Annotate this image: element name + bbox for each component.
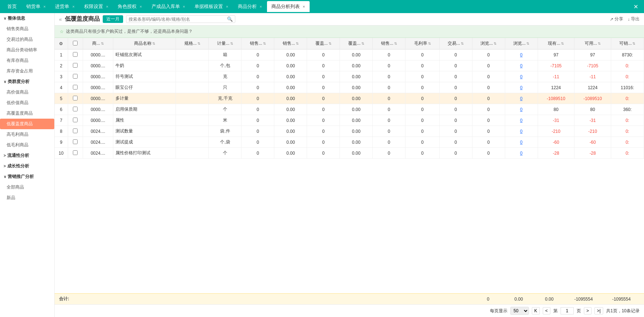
nav-tab-permissions[interactable]: 权限设置 × [80,1,113,12]
close-analysis-list-icon[interactable]: × [303,4,305,9]
table-cell: 个 [209,148,242,159]
table-cell[interactable] [68,60,83,71]
table-cell[interactable] [68,93,83,104]
table-cell[interactable]: 0 [505,49,538,60]
sidebar-item-stock-capital[interactable]: 库存资金占用 [0,66,54,76]
sidebar-collapse-button[interactable]: « [59,16,62,22]
table-cell: 个,包 [209,60,242,71]
th-stock2[interactable]: 可用...⇅ [574,38,611,49]
th-checkbox[interactable] [68,38,83,49]
nav-tab-template[interactable]: 单据模板设置 × [190,1,232,12]
prev-page-button[interactable]: < [543,307,550,314]
close-analysis-icon[interactable]: × [260,4,262,9]
table-row: 10000....旺铺批次测试箱00.0000.000000097978730: [55,49,644,60]
close-all-button[interactable]: ✕ [631,3,641,10]
th-sales1[interactable]: 销售...⇅ [242,38,274,49]
th-cover2[interactable]: 覆盖...⇅ [340,38,373,49]
table-cell[interactable] [68,137,83,148]
nav-tab-purchase[interactable]: 进货单 × [51,1,79,12]
first-page-button[interactable]: K [532,307,540,314]
table-cell[interactable]: 0 [505,137,538,148]
table-cell[interactable] [68,71,83,82]
table-cell: 0 [373,93,405,104]
main-layout: ∨ 整体信息 销售类商品 交易过的商品 商品分类动销率 有库存商品 库存资金占用… [0,13,644,317]
th-cover1[interactable]: 覆盖...⇅ [307,38,340,49]
th-stock1[interactable]: 现有...⇅ [538,38,574,49]
share-button[interactable]: ↗ 分享 [610,16,623,22]
nav-tab-home[interactable]: 首页 [3,1,21,12]
nav-tab-warehouse[interactable]: 产成品入库单 × [147,1,189,12]
th-name[interactable]: 商品名称⇅ [113,38,176,49]
table-cell[interactable]: 0 [505,115,538,126]
select-all-checkbox[interactable] [73,41,78,45]
period-button[interactable]: 近一月 [103,15,123,23]
th-margin[interactable]: 毛利率⇅ [405,38,439,49]
table-cell: 0.00 [274,104,307,115]
table-cell[interactable]: 0 [505,93,538,104]
sidebar-item-in-stock[interactable]: 有库存商品 [0,55,54,66]
table-cell[interactable]: 0 [505,148,538,159]
table-cell[interactable] [68,126,83,137]
close-sales-icon[interactable]: × [43,4,46,9]
sidebar-item-low-coverage[interactable]: 低覆盖度商品 [0,119,54,129]
close-warehouse-icon[interactable]: × [183,4,185,9]
sidebar-section-liquidity[interactable]: > 流通性分析 [0,150,54,161]
th-browse2[interactable]: 浏览...⇅ [505,38,538,49]
table-cell[interactable]: 0 [505,71,538,82]
th-browse1[interactable]: 浏览...⇅ [472,38,505,49]
sidebar-item-all-goods[interactable]: 全部商品 [0,182,54,193]
table-cell[interactable]: 0 [505,104,538,115]
table-cell: 箱 [209,49,242,60]
sidebar-section-marketing[interactable]: ∨ 营销推广分析 [0,171,54,182]
table-cell[interactable] [68,148,83,159]
export-button[interactable]: ↓ 导出 [628,16,640,22]
sidebar-item-low-value[interactable]: 低价值商品 [0,98,54,108]
table-cell: 0.00 [274,60,307,71]
table-cell[interactable] [68,115,83,126]
table-cell: 符号测试 [113,71,176,82]
th-trade[interactable]: 交易...⇅ [439,38,472,49]
table-row: 70000....属性米00.0000.0000000-31-310: [55,115,644,126]
sidebar-section-growth[interactable]: > 成长性分析 [0,161,54,171]
table-cell[interactable]: 0 [505,126,538,137]
search-input[interactable] [129,17,225,22]
page-input[interactable] [561,307,574,314]
sidebar-item-low-margin[interactable]: 低毛利商品 [0,140,54,150]
sidebar-item-high-coverage[interactable]: 高覆盖度商品 [0,108,54,119]
nav-tab-roles[interactable]: 角色授权 × [113,1,146,12]
sidebar-item-traded-goods[interactable]: 交易过的商品 [0,34,54,45]
sidebar-item-new-goods[interactable]: 新品 [0,193,54,203]
table-cell[interactable] [68,104,83,115]
page-size-select[interactable]: 50 20 100 [510,307,529,315]
close-permissions-icon[interactable]: × [106,4,108,9]
table-cell: 0 [242,93,274,104]
nav-tab-analysis-list[interactable]: 商品分析列表 × [267,1,309,12]
table-header-row: ⚙ 商...⇅ 商品名称⇅ 规格...⇅ 计量...⇅ 销售...⇅ 销售...… [55,38,644,49]
th-stock3[interactable]: 可销...⇅ [611,38,644,49]
nav-tab-analysis[interactable]: 商品分析 × [233,1,266,12]
table-cell[interactable]: 0 [505,82,538,93]
th-sales3[interactable]: 销售...⇅ [373,38,405,49]
footer-sales2: 0.00 [504,297,533,302]
th-code[interactable]: 商...⇅ [83,38,113,49]
sidebar-item-high-margin[interactable]: 高毛利商品 [0,129,54,140]
close-roles-icon[interactable]: × [140,4,142,9]
table-cell[interactable]: 0 [505,60,538,71]
th-spec[interactable]: 规格...⇅ [176,38,209,49]
sidebar-item-category-rate[interactable]: 商品分类动销率 [0,45,54,55]
nav-tab-sales[interactable]: 销货单 × [22,1,50,12]
sidebar-section-cluster[interactable]: ∨ 类群度分析 [0,76,54,87]
table-cell[interactable] [68,49,83,60]
close-purchase-icon[interactable]: × [72,4,74,9]
th-sales2[interactable]: 销售...⇅ [274,38,307,49]
th-unit[interactable]: 计量...⇅ [209,38,242,49]
th-settings[interactable]: ⚙ [55,38,68,49]
close-template-icon[interactable]: × [226,4,228,9]
arrow-icon-overall: ∨ [4,16,6,20]
sidebar-section-overall[interactable]: ∨ 整体信息 [0,13,54,24]
next-page-button[interactable]: > [584,307,592,314]
last-page-button[interactable]: >| [594,307,603,314]
sidebar-item-high-value[interactable]: 高价值商品 [0,87,54,98]
table-cell[interactable] [68,82,83,93]
sidebar-item-sales-goods[interactable]: 销售类商品 [0,24,54,34]
